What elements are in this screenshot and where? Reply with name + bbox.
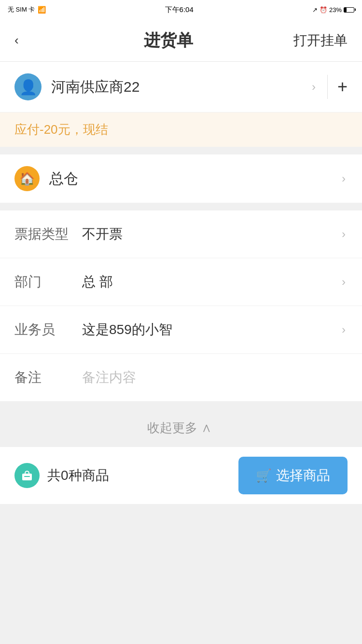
select-product-icon: 🛒 [256, 468, 271, 483]
location-icon: ↗ [312, 6, 318, 14]
product-count-area: 共0种商品 [14, 463, 109, 488]
svg-rect-1 [24, 476, 30, 477]
open-pending-button[interactable]: 打开挂单 [293, 31, 348, 50]
vertical-divider [327, 75, 328, 99]
bottom-bar: 共0种商品 🛒 选择商品 [0, 447, 362, 504]
remark-input[interactable]: 备注内容 [82, 368, 348, 387]
battery-icon [344, 7, 354, 13]
salesperson-label: 业务员 [14, 321, 82, 339]
supplier-chevron-icon: › [312, 80, 316, 94]
invoice-type-row[interactable]: 票据类型 不开票 › [0, 210, 362, 258]
salesperson-value: 这是859的小智 [82, 321, 342, 339]
page-title: 进货单 [144, 29, 193, 52]
wifi-icon: 📶 [38, 6, 46, 14]
supplier-name: 河南供应商22 [51, 77, 312, 97]
invoice-type-value: 不开票 [82, 225, 342, 243]
product-count-icon-wrap [14, 463, 40, 488]
notice-text: 应付-20元，现结 [14, 122, 108, 137]
battery-text: 23% [329, 6, 342, 14]
warehouse-card[interactable]: 🏠 总仓 › [0, 154, 362, 203]
status-time: 下午6:04 [165, 5, 194, 14]
back-icon: ‹ [14, 33, 19, 47]
main-content: 👤 河南供应商22 › + 应付-20元，现结 🏠 总仓 › 票据类型 不开票 … [0, 62, 362, 644]
notice-bar: 应付-20元，现结 [0, 112, 362, 147]
alarm-icon: ⏰ [320, 6, 327, 14]
nav-bar: ‹ 进货单 打开挂单 [0, 19, 362, 62]
warehouse-icon: 🏠 [19, 171, 35, 186]
gray-area [0, 504, 362, 644]
status-right: ↗ ⏰ 23% [312, 6, 354, 14]
select-product-button[interactable]: 🛒 选择商品 [238, 457, 348, 494]
product-count-text: 共0种商品 [47, 466, 109, 485]
back-button[interactable]: ‹ [14, 33, 43, 48]
warehouse-chevron-icon: › [342, 172, 346, 185]
sales-chevron-icon: › [342, 323, 346, 336]
invoice-type-label: 票据类型 [14, 225, 82, 243]
supplier-row[interactable]: 👤 河南供应商22 › + [0, 62, 362, 112]
collapse-label: 收起更多 ∧ [147, 420, 211, 436]
warehouse-row[interactable]: 🏠 总仓 › [0, 154, 362, 203]
warehouse-name: 总仓 [49, 169, 342, 189]
remark-row[interactable]: 备注 备注内容 [0, 354, 362, 401]
collapse-bar[interactable]: 收起更多 ∧ [0, 409, 362, 447]
department-row[interactable]: 部门 总 部 › [0, 258, 362, 306]
salesperson-row[interactable]: 业务员 这是859的小智 › [0, 306, 362, 354]
form-card: 票据类型 不开票 › 部门 总 部 › 业务员 这是859的小智 › 备注 备注… [0, 210, 362, 401]
dept-chevron-icon: › [342, 275, 346, 289]
shopping-bag-icon [20, 469, 34, 482]
warehouse-icon-wrap: 🏠 [14, 166, 40, 191]
supplier-avatar: 👤 [14, 73, 42, 100]
carrier-text: 无 SIM 卡 [8, 5, 35, 14]
department-label: 部门 [14, 273, 82, 291]
supplier-card: 👤 河南供应商22 › + 应付-20元，现结 [0, 62, 362, 147]
status-bar: 无 SIM 卡 📶 下午6:04 ↗ ⏰ 23% [0, 0, 362, 19]
invoice-chevron-icon: › [342, 227, 346, 241]
select-product-label: 选择商品 [276, 466, 330, 485]
status-left: 无 SIM 卡 📶 [8, 5, 46, 14]
avatar-icon: 👤 [19, 79, 37, 96]
department-value: 总 部 [82, 273, 342, 291]
remark-label: 备注 [14, 368, 82, 387]
add-supplier-button[interactable]: + [337, 77, 348, 97]
